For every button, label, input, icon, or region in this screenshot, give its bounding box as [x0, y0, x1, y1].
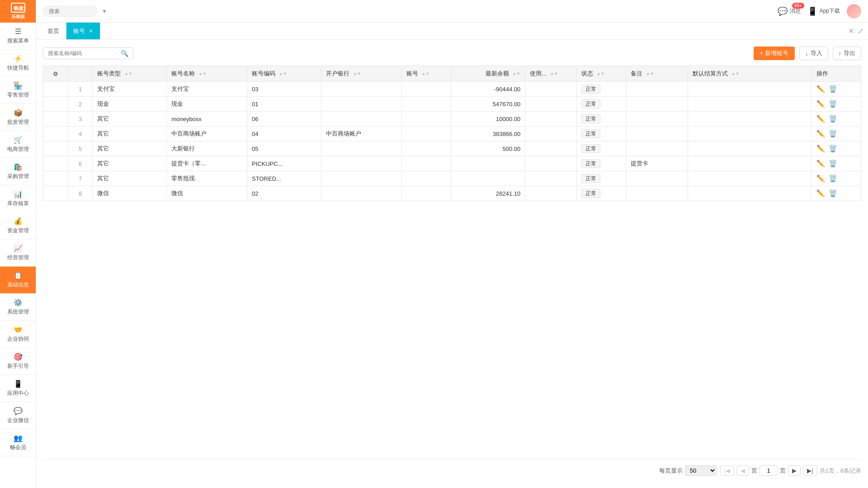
topbar-search-input[interactable]: [43, 6, 97, 17]
export-label: 导出: [844, 49, 855, 57]
status-badge: 正常: [581, 99, 600, 108]
inventory-icon: 📊: [14, 190, 23, 198]
row-bank: [321, 171, 402, 186]
row-bank: [321, 156, 402, 171]
next-page-button[interactable]: ▶: [788, 465, 801, 476]
edit-button[interactable]: ✏️: [816, 189, 825, 197]
edit-button[interactable]: ✏️: [816, 100, 825, 108]
row-usage: [525, 112, 577, 127]
delete-button[interactable]: 🗑️: [829, 189, 837, 197]
app-download-button[interactable]: 📱 App下载: [807, 6, 840, 16]
sort-icons-balance[interactable]: ▲▼: [512, 72, 520, 76]
user-avatar[interactable]: [847, 4, 861, 19]
sidebar-item-retail[interactable]: 🏪 零售管理: [0, 77, 36, 104]
tab-home[interactable]: 首页: [41, 23, 66, 39]
sidebar-item-finance[interactable]: 💰 资金管理: [0, 212, 36, 239]
search-icon[interactable]: 🔍: [121, 50, 128, 57]
column-gear[interactable]: ⚙: [43, 66, 68, 82]
row-balance: 383866.00: [451, 127, 525, 141]
tab-close-all-icon[interactable]: ✕: [848, 27, 854, 35]
sidebar-item-shortcuts[interactable]: ⚡ 快捷导航: [0, 50, 36, 77]
edit-button[interactable]: ✏️: [816, 174, 825, 183]
sort-icons-remark[interactable]: ▲▼: [646, 72, 654, 76]
row-usage: [525, 156, 577, 171]
column-bank[interactable]: 开户银行 ▲▼: [321, 66, 402, 82]
page-size-label: 每页显示: [659, 467, 683, 475]
add-account-button[interactable]: + 新增账号: [754, 47, 795, 60]
sort-icons-account-no[interactable]: ▲▼: [421, 72, 429, 76]
column-account-no[interactable]: 账号 ▲▼: [401, 66, 451, 82]
column-account-code[interactable]: 账号编码 ▲▼: [247, 66, 321, 82]
sidebar-item-app-center[interactable]: 📱 应用中心: [0, 375, 36, 402]
column-account-name[interactable]: 账号名称 ▲▼: [167, 66, 247, 82]
tab-accounts[interactable]: 账号 ✕: [66, 23, 100, 39]
accounts-table: ⚙ 账号类型 ▲▼ 账号名称 ▲▼ 账号编码 ▲▼ 开户: [43, 66, 861, 201]
sidebar-item-new-guide[interactable]: 🎯 新手引导: [0, 348, 36, 375]
sidebar-item-inventory[interactable]: 📊 库存核算: [0, 185, 36, 212]
sort-icons-account-code[interactable]: ▲▼: [279, 72, 287, 76]
delete-button[interactable]: 🗑️: [829, 145, 837, 153]
sidebar-item-ecommerce[interactable]: 🛒 电商管理: [0, 131, 36, 158]
delete-button[interactable]: 🗑️: [829, 115, 837, 123]
row-balance: 500.00: [451, 141, 525, 156]
sidebar-item-system[interactable]: ⚙️ 系统管理: [0, 294, 36, 321]
sidebar-item-enterprise-wechat[interactable]: 💬 企业微信: [0, 402, 36, 429]
tab-maximize-icon[interactable]: ⤢: [858, 27, 863, 35]
topbar-dropdown-icon[interactable]: ▼: [102, 8, 107, 14]
import-button[interactable]: ↓ 导入: [799, 47, 828, 60]
column-status[interactable]: 状态 ▲▼: [577, 66, 626, 82]
column-usage[interactable]: 使用... ▲▼: [525, 66, 577, 82]
table-row: 3 其它 moneybosx 06 10000.00 正常 ✏️ 🗑️: [43, 112, 861, 127]
sidebar-item-basic-info[interactable]: 📋 基础信息: [0, 267, 36, 294]
delete-button[interactable]: 🗑️: [829, 174, 837, 183]
edit-button[interactable]: ✏️: [816, 130, 825, 138]
sort-icons-account-type[interactable]: ▲▼: [124, 72, 132, 76]
sort-icons-account-name[interactable]: ▲▼: [198, 72, 207, 76]
table-header-row: ⚙ 账号类型 ▲▼ 账号名称 ▲▼ 账号编码 ▲▼ 开户: [43, 66, 861, 82]
sidebar-item-enterprise-agreement[interactable]: 🤝 企业协同: [0, 321, 36, 348]
search-input[interactable]: [48, 50, 121, 56]
delete-button[interactable]: 🗑️: [829, 130, 837, 138]
sidebar-item-label: 零售管理: [7, 91, 29, 99]
column-account-type[interactable]: 账号类型 ▲▼: [93, 66, 167, 82]
delete-button[interactable]: 🗑️: [829, 100, 837, 108]
col-label-account-code: 账号编码: [252, 70, 275, 77]
sidebar-item-wholesale[interactable]: 📦 批发管理: [0, 104, 36, 131]
page-number-input[interactable]: [760, 465, 778, 476]
sort-icons-status[interactable]: ▲▼: [597, 72, 605, 76]
tabbar: 首页 账号 ✕ ✕ ⤢: [36, 23, 868, 40]
edit-button[interactable]: ✏️: [816, 145, 825, 153]
sort-icons-default-settlement[interactable]: ▲▼: [731, 72, 740, 76]
row-gear: [43, 82, 68, 97]
sidebar-item-members[interactable]: 👥 畅会员: [0, 429, 36, 456]
sort-icons-usage[interactable]: ▲▼: [550, 72, 558, 76]
column-default-settlement[interactable]: 默认结算方式 ▲▼: [688, 66, 811, 82]
column-remark[interactable]: 备注 ▲▼: [626, 66, 688, 82]
row-bank: [321, 112, 402, 127]
delete-button[interactable]: 🗑️: [829, 85, 837, 93]
edit-button[interactable]: ✏️: [816, 85, 825, 93]
column-index: [68, 66, 93, 82]
sidebar-item-purchase[interactable]: 🛍️ 采购管理: [0, 158, 36, 185]
message-button[interactable]: 💬 消息 99+: [778, 6, 801, 16]
column-balance[interactable]: 最新余额 ▲▼: [451, 66, 525, 82]
edit-button[interactable]: ✏️: [816, 160, 825, 168]
prev-page-button[interactable]: ◀: [736, 465, 749, 476]
last-page-button[interactable]: ▶|: [803, 465, 817, 476]
sidebar-item-search-menu[interactable]: ☰ 搜索菜单: [0, 23, 36, 50]
export-button[interactable]: ↑ 导出: [833, 47, 862, 60]
row-gear: [43, 186, 68, 201]
app-download-label: App下载: [820, 7, 840, 15]
row-usage: [525, 171, 577, 186]
status-badge: 正常: [581, 189, 600, 198]
first-page-button[interactable]: |◀: [720, 465, 734, 476]
page-size-dropdown[interactable]: 50 10 20 100: [685, 465, 717, 476]
edit-button[interactable]: ✏️: [816, 115, 825, 123]
delete-button[interactable]: 🗑️: [829, 160, 837, 168]
row-account-name: moneybosx: [167, 112, 247, 127]
search-box[interactable]: 🔍: [43, 47, 133, 59]
accounts-tab-close[interactable]: ✕: [89, 28, 93, 34]
sidebar-item-operations[interactable]: 📈 经营管理: [0, 239, 36, 267]
sort-icons-bank[interactable]: ▲▼: [353, 72, 361, 76]
page-size-select: 每页显示 50 10 20 100: [659, 465, 717, 476]
